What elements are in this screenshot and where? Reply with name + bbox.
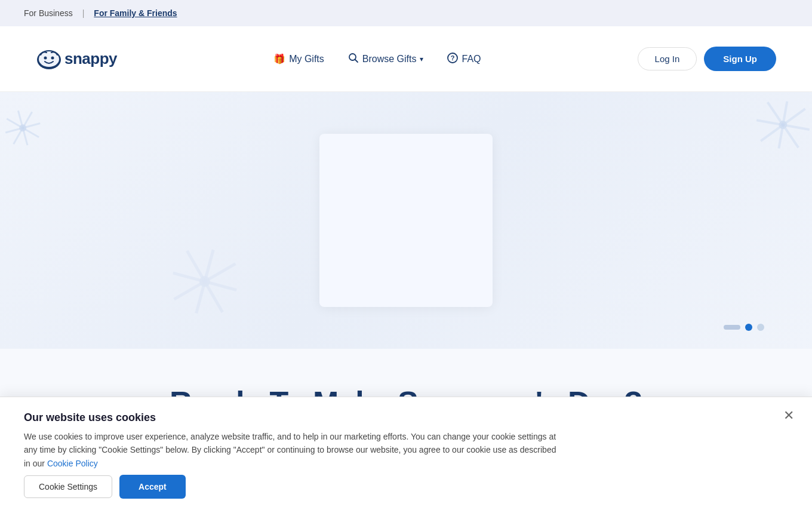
snowflake-top-left: [0, 99, 54, 165]
snappy-icon: [36, 48, 62, 70]
nav-actions: Log In Sign Up: [638, 47, 776, 71]
nav-links: 🎁 My Gifts Browse Gifts ▾ ? FAQ: [273, 53, 481, 66]
logo: snappy: [36, 48, 117, 70]
navbar: snappy 🎁 My Gifts Browse Gifts ▾ ?: [0, 26, 812, 92]
svg-line-22: [174, 251, 236, 312]
browse-gifts-link[interactable]: Browse Gifts ▾: [348, 53, 424, 66]
svg-point-2: [44, 56, 47, 59]
cookie-banner: ✕ Our website uses cookies We use cookie…: [0, 397, 812, 513]
faq-label: FAQ: [462, 54, 481, 64]
my-gifts-link[interactable]: 🎁 My Gifts: [273, 53, 324, 64]
logo-text: snappy: [64, 50, 117, 68]
cookie-accept-button[interactable]: Accept: [119, 475, 186, 499]
faq-link[interactable]: ? FAQ: [447, 53, 481, 66]
cookie-text: We use cookies to improve user experienc…: [24, 432, 556, 468]
cookie-close-button[interactable]: ✕: [783, 409, 794, 422]
snowflake-bottom-left: [158, 238, 249, 339]
dot-1[interactable]: [724, 325, 740, 330]
dot-2[interactable]: [745, 324, 752, 331]
top-bar: For Business | For Family & Friends: [0, 0, 812, 26]
snowflake-top-right: [748, 93, 812, 166]
chevron-down-icon: ▾: [420, 55, 423, 63]
cookie-body: We use cookies to improve user experienc…: [24, 430, 561, 470]
cookie-settings-button[interactable]: Cookie Settings: [24, 475, 112, 498]
svg-line-5: [355, 59, 358, 62]
top-bar-divider: |: [82, 8, 85, 18]
cookie-title: Our website uses cookies: [24, 411, 788, 424]
svg-line-12: [7, 112, 39, 144]
cookie-policy-link[interactable]: Cookie Policy: [47, 459, 98, 468]
gift-icon: 🎁: [273, 53, 285, 64]
hero-card: [319, 134, 493, 307]
for-family-link[interactable]: For Family & Friends: [94, 8, 177, 18]
carousel-dots: [724, 324, 764, 331]
svg-text:?: ?: [451, 54, 455, 62]
question-icon: ?: [447, 53, 458, 66]
svg-point-3: [51, 56, 54, 59]
search-icon: [348, 53, 359, 66]
my-gifts-label: My Gifts: [289, 54, 324, 64]
login-button[interactable]: Log In: [638, 47, 697, 70]
signup-button[interactable]: Sign Up: [704, 47, 776, 71]
for-business-link[interactable]: For Business: [24, 8, 73, 18]
logo-link[interactable]: snappy: [36, 48, 117, 70]
cookie-actions: Cookie Settings Accept: [24, 475, 788, 499]
dot-3[interactable]: [757, 324, 764, 331]
hero-section: [0, 92, 812, 349]
browse-gifts-label: Browse Gifts: [362, 54, 417, 64]
svg-line-17: [761, 102, 805, 148]
